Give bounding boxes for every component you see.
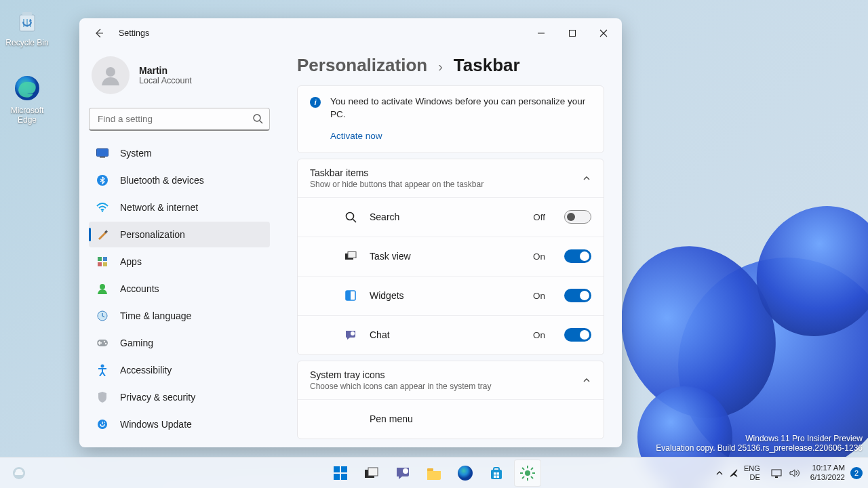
- svg-line-55: [531, 468, 533, 470]
- nav-time[interactable]: Time & language: [89, 303, 270, 329]
- nav-bluetooth[interactable]: Bluetooth & devices: [89, 167, 270, 193]
- back-button[interactable]: [89, 23, 109, 43]
- taskbar-settings[interactable]: [514, 460, 541, 487]
- nav-update[interactable]: Windows Update: [89, 411, 270, 437]
- taskbar-explorer[interactable]: [420, 460, 448, 487]
- svg-point-20: [104, 341, 105, 342]
- profile-name: Martin: [139, 65, 192, 76]
- nav-gaming[interactable]: Gaming: [89, 330, 270, 356]
- svg-point-40: [458, 466, 473, 481]
- settings-scroll[interactable]: i You need to activate Windows before yo…: [297, 85, 608, 440]
- svg-rect-9: [100, 157, 105, 158]
- systray-header[interactable]: System tray icons Choose which icons can…: [298, 361, 604, 399]
- svg-rect-29: [346, 291, 351, 300]
- svg-point-30: [351, 331, 355, 336]
- chevron-up-icon: [582, 174, 591, 183]
- svg-rect-14: [103, 257, 107, 261]
- row-chat: Chat On: [298, 315, 604, 354]
- svg-rect-44: [497, 472, 500, 475]
- svg-line-53: [531, 476, 533, 479]
- svg-rect-46: [497, 475, 500, 478]
- edge-icon: [12, 73, 42, 103]
- toggle-taskview[interactable]: [564, 249, 591, 263]
- wifi-icon: [96, 201, 109, 214]
- svg-rect-39: [427, 468, 433, 471]
- svg-rect-35: [341, 474, 347, 480]
- desktop-icon-label: Microsoft Edge: [0, 106, 54, 125]
- svg-rect-33: [341, 466, 347, 472]
- svg-point-22: [101, 365, 104, 368]
- tray-quick-settings[interactable]: [766, 466, 805, 481]
- taskview-icon: [344, 249, 357, 263]
- activation-banner: i You need to activate Windows before yo…: [297, 85, 604, 153]
- svg-point-21: [105, 343, 106, 344]
- notification-badge[interactable]: 2: [850, 467, 863, 479]
- taskbar-items-header[interactable]: Taskbar items Show or hide buttons that …: [298, 159, 604, 197]
- toggle-search[interactable]: [564, 210, 591, 224]
- svg-line-52: [522, 468, 524, 470]
- nav-accounts[interactable]: Accounts: [89, 276, 270, 302]
- svg-line-54: [522, 476, 524, 479]
- titlebar: Settings: [79, 18, 622, 48]
- nav-network[interactable]: Network & internet: [89, 195, 270, 220]
- nav-accessibility[interactable]: Accessibility: [89, 357, 270, 383]
- maximize-button[interactable]: [557, 22, 588, 44]
- breadcrumb-parent[interactable]: Personalization: [297, 55, 427, 76]
- taskbar-weather[interactable]: [5, 460, 33, 487]
- svg-rect-37: [368, 468, 378, 476]
- svg-rect-8: [97, 149, 108, 157]
- window-title: Settings: [119, 28, 149, 38]
- apps-icon: [96, 255, 109, 268]
- taskbar-store[interactable]: [483, 460, 510, 487]
- sidebar: Martin Local Account System Bluetooth & …: [79, 48, 279, 447]
- svg-rect-15: [98, 262, 102, 266]
- taskbar: ENG DE 10:17 AM 6/13/2022 2: [0, 457, 868, 488]
- toggle-chat[interactable]: [564, 328, 591, 342]
- start-button[interactable]: [327, 460, 354, 487]
- close-button[interactable]: [588, 22, 619, 44]
- toggle-widgets[interactable]: [564, 289, 591, 302]
- page-title: Taskbar: [454, 55, 520, 76]
- nav-apps[interactable]: Apps: [89, 249, 270, 274]
- nav-personalization[interactable]: Personalization: [89, 222, 270, 247]
- taskbar-edge[interactable]: [452, 460, 479, 487]
- svg-point-6: [254, 115, 260, 121]
- svg-rect-13: [98, 257, 102, 261]
- activation-text: You need to activate Windows before you …: [330, 96, 591, 121]
- activate-now-link[interactable]: Activate now: [330, 131, 382, 141]
- profile-block[interactable]: Martin Local Account: [89, 54, 270, 104]
- breadcrumb: Personalization › Taskbar: [297, 55, 608, 76]
- taskbar-center: [327, 460, 541, 487]
- tray-location-icon[interactable]: [729, 468, 738, 478]
- tray-overflow[interactable]: [715, 469, 724, 477]
- taskbar-chat[interactable]: [389, 460, 416, 487]
- svg-rect-16: [103, 262, 107, 266]
- chevron-right-icon: ›: [438, 59, 443, 75]
- search-icon: [252, 113, 263, 124]
- pen-icon: [344, 412, 357, 426]
- svg-point-17: [100, 284, 105, 289]
- svg-rect-43: [494, 472, 496, 475]
- taskbar-taskview[interactable]: [358, 460, 385, 487]
- taskbar-clock[interactable]: 10:17 AM 6/13/2022: [810, 464, 845, 481]
- row-search: Search Off: [298, 197, 604, 237]
- accessibility-icon: [96, 363, 109, 377]
- nav-system[interactable]: System: [89, 140, 270, 166]
- clock-icon: [96, 309, 109, 323]
- minimize-button[interactable]: [526, 22, 557, 44]
- system-icon: [96, 146, 109, 160]
- shield-icon: [96, 390, 109, 404]
- svg-point-47: [525, 470, 530, 476]
- desktop-icon-edge[interactable]: Microsoft Edge: [0, 73, 54, 125]
- search-input[interactable]: [89, 108, 270, 131]
- svg-point-5: [106, 67, 115, 77]
- desktop-icon-recycle-bin[interactable]: Recycle Bin: [0, 5, 54, 47]
- nav-privacy[interactable]: Privacy & security: [89, 384, 270, 410]
- svg-line-7: [260, 121, 262, 123]
- language-switcher[interactable]: ENG DE: [744, 464, 760, 481]
- windows-watermark: Windows 11 Pro Insider Preview Evaluatio…: [656, 434, 863, 453]
- svg-point-24: [347, 213, 354, 220]
- main-content: Personalization › Taskbar i You need to …: [279, 48, 622, 447]
- network-icon: [771, 468, 782, 478]
- chat-icon: [344, 328, 357, 342]
